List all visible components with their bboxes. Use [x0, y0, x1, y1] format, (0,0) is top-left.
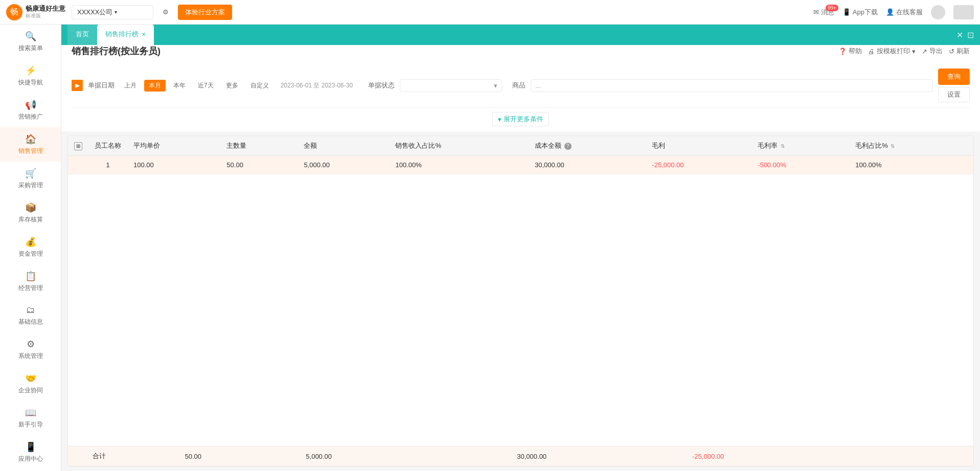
query-button[interactable]: 查询	[938, 69, 970, 85]
footer-sales-pct	[460, 446, 511, 466]
trial-button[interactable]: 体验行业方案	[178, 5, 232, 20]
goods-filter-input[interactable]: ...	[531, 79, 933, 92]
guide-icon: 📖	[25, 407, 36, 418]
finance-icon: 💰	[25, 236, 36, 248]
column-settings-icon[interactable]: ⊞	[74, 142, 82, 150]
search-icon: 🔍	[25, 31, 36, 42]
sidebar-item-purchase[interactable]: 🛒 采购管理	[0, 162, 61, 196]
table-area: ⊞ 员工名称 平均单价 主数量 全额 销售收入占比%	[67, 136, 974, 467]
collab-icon: 🤝	[25, 373, 36, 384]
page-inner: 销售排行榜(按业务员) ❓ 帮助 🖨 按模板打印 ▾ ↗	[61, 45, 980, 471]
row-index: 1	[88, 156, 127, 174]
sidebar-item-operation[interactable]: 📋 经营管理	[0, 264, 61, 299]
window-close-icon[interactable]: ✕	[956, 30, 963, 40]
help-button[interactable]: ❓ 帮助	[838, 47, 862, 56]
tab-sales-ranking[interactable]: 销售排行榜 ×	[97, 25, 154, 45]
footer-empty-col1	[68, 446, 86, 466]
export-button[interactable]: ↗ 导出	[922, 47, 943, 56]
app-title: 畅康通好生意	[26, 5, 65, 13]
row-avg-price: 100.00	[127, 156, 220, 174]
refresh-icon: ↺	[949, 48, 954, 55]
sidebar-item-basic[interactable]: 🗂 基础信息	[0, 299, 61, 332]
company-name: XXXXX公司	[77, 8, 112, 17]
table-footer: 合计 50.00 5,000.00 30,000.00 -25,000.00	[68, 446, 973, 466]
gross-rate-sort-icon[interactable]: ⇅	[781, 143, 785, 149]
sidebar-item-inventory[interactable]: 📦 库存核算	[0, 196, 61, 230]
cost-info-icon[interactable]: ?	[564, 143, 572, 150]
current-year-btn[interactable]: 本年	[169, 80, 190, 92]
sidebar-item-search[interactable]: 🔍 搜索菜单	[0, 25, 61, 59]
th-settings[interactable]: ⊞	[68, 136, 88, 156]
header-actions: ❓ 帮助 🖨 按模板打印 ▾ ↗ 导出 ↺	[838, 47, 970, 56]
filter-container: 销售排行榜(按业务员) ❓ 帮助 🖨 按模板打印 ▾ ↗	[61, 45, 980, 131]
sidebar-item-collab[interactable]: 🤝 企业协同	[0, 367, 61, 401]
status-chevron-icon: ▾	[494, 82, 497, 89]
data-table: ⊞ 员工名称 平均单价 主数量 全额 销售收入占比%	[68, 136, 973, 174]
footer-gross-pct	[922, 446, 973, 466]
footer-table: 合计 50.00 5,000.00 30,000.00 -25,000.00	[68, 446, 973, 466]
tab-sales-label: 销售排行榜	[105, 30, 139, 39]
apps-icon: 📱	[25, 441, 36, 453]
logo-icon: 畅	[6, 4, 22, 20]
sidebar-item-sales[interactable]: 🏠 销售管理	[0, 127, 61, 162]
sidebar-item-marketing[interactable]: 📢 营销推广	[0, 93, 61, 127]
row-gross: -25,000.00	[646, 156, 751, 174]
help-icon: ❓	[838, 48, 847, 55]
message-button[interactable]: ✉ 消息 99+	[813, 8, 834, 17]
sidebar-item-system[interactable]: ⚙ 系统管理	[0, 332, 61, 367]
sidebar-label-marketing: 营销推广	[18, 113, 43, 121]
logo-area: 畅 畅康通好生意 标准版	[6, 4, 67, 20]
sidebar-label-finance: 资金管理	[18, 250, 43, 258]
content-area: 首页 销售排行榜 × ✕ ⊡ 销售排行榜(按业务员) ❓	[61, 25, 980, 471]
inventory-icon: 📦	[25, 202, 36, 213]
settings-icon[interactable]: ⚙	[157, 4, 174, 20]
footer-row: 合计 50.00 5,000.00 30,000.00 -25,000.00	[68, 446, 973, 466]
topbar-right: ✉ 消息 99+ 📱 App下载 👤 在线客服	[813, 5, 974, 19]
sidebar-item-nav[interactable]: ⚡ 快捷导航	[0, 59, 61, 93]
footer-avg-price	[127, 446, 179, 466]
tab-home[interactable]: 首页	[67, 25, 97, 45]
tab-close-icon[interactable]: ×	[142, 30, 146, 38]
current-month-btn[interactable]: 本月	[144, 80, 166, 92]
query-btn-group: 查询 设置	[938, 69, 970, 102]
user-avatar[interactable]	[931, 5, 945, 19]
th-gross-pct: 毛利占比% ⇅	[849, 136, 973, 156]
print-button[interactable]: 🖨 按模板打印 ▾	[868, 47, 916, 56]
sidebar-label-guide: 新手引导	[18, 420, 43, 429]
expand-conditions-button[interactable]: ▾ 展开更多条件	[492, 112, 549, 126]
sidebar-item-guide[interactable]: 📖 新手引导	[0, 401, 61, 435]
date-range-display: 2023-06-01 至 2023-06-30	[281, 81, 353, 90]
status-select[interactable]: ▾	[400, 79, 502, 92]
company-selector[interactable]: XXXXX公司 ▾	[72, 5, 153, 19]
gross-pct-sort-icon[interactable]: ⇅	[891, 143, 895, 149]
app-download-button[interactable]: 📱 App下载	[842, 8, 878, 17]
sidebar-item-finance[interactable]: 💰 资金管理	[0, 230, 61, 264]
setting-button[interactable]: 设置	[938, 87, 970, 102]
app-label: App下载	[853, 8, 878, 17]
user-name-area	[953, 5, 974, 19]
service-icon: 👤	[886, 8, 894, 16]
sidebar-label-inventory: 库存核算	[18, 215, 43, 224]
purchase-icon: 🛒	[25, 168, 36, 179]
last-month-btn[interactable]: 上月	[120, 80, 141, 92]
window-restore-icon[interactable]: ⊡	[967, 30, 974, 40]
sidebar-label-collab: 企业协同	[18, 386, 43, 395]
sidebar-label-operation: 经营管理	[18, 284, 43, 293]
custom-btn[interactable]: 自定义	[246, 80, 274, 92]
refresh-button[interactable]: ↺ 刷新	[949, 47, 970, 56]
table-header-row: ⊞ 员工名称 平均单价 主数量 全额 销售收入占比%	[68, 136, 973, 156]
row-gross-rate: -500.00%	[751, 156, 849, 174]
goods-placeholder: ...	[535, 82, 928, 89]
more-btn[interactable]: 更多	[221, 80, 243, 92]
export-icon: ↗	[922, 48, 927, 55]
table-wrap[interactable]: ⊞ 员工名称 平均单价 主数量 全额 销售收入占比%	[68, 136, 973, 446]
filter-collapse-arrow[interactable]: ▶	[72, 80, 83, 91]
footer-gross-rate	[871, 446, 922, 466]
online-service-button[interactable]: 👤 在线客服	[886, 8, 923, 17]
sidebar-item-apps[interactable]: 📱 应用中心	[0, 435, 61, 469]
nav-icon: ⚡	[25, 65, 36, 76]
table-row: 1 100.00 50.00 5,000.00 100.00% 30,000.0…	[68, 156, 973, 174]
row-cost-amount: 30,000.00	[529, 156, 646, 174]
last7-btn[interactable]: 近7天	[193, 80, 218, 92]
sidebar-label-basic: 基础信息	[18, 318, 43, 326]
